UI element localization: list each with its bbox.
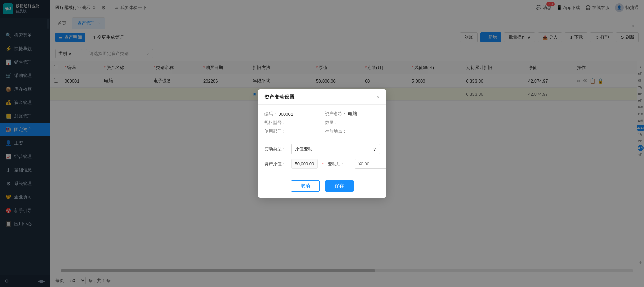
modal-change-type-chevron-icon: ∨ (373, 147, 376, 152)
modal-change-type-field: 变动类型： 原值变动 ∨ (264, 144, 380, 154)
modal-spec-label: 规格型号： (264, 120, 286, 126)
modal-close-btn[interactable]: × (377, 94, 380, 100)
modal-footer: 取消 保存 (258, 177, 386, 198)
after-change-input[interactable] (355, 159, 386, 169)
modal-info-grid: 编码： 000001 资产名称： 电脑 规格型号： 数量： 使用部门： (264, 111, 380, 134)
required-star: * (322, 161, 324, 166)
modal-original-value-display: 50,000.00 (291, 159, 318, 169)
modal-original-value-label: 资产原值： (264, 161, 288, 167)
modal-location-field: 存放地点： (325, 128, 380, 134)
modal-cancel-btn[interactable]: 取消 (291, 180, 320, 192)
modal-original-value-field: 资产原值： 50,000.00 * 变动后： (264, 159, 380, 169)
modal-dept-field: 使用部门： (264, 128, 319, 134)
modal-title: 资产变动设置 (264, 94, 295, 100)
modal-divider (264, 139, 380, 139)
modal-quantity-label: 数量： (325, 120, 338, 126)
modal-code-field: 编码： 000001 (264, 111, 319, 117)
modal-body: 编码： 000001 资产名称： 电脑 规格型号： 数量： 使用部门： (258, 105, 386, 177)
modal-code-label: 编码： (264, 111, 277, 117)
modal-spec-field: 规格型号： (264, 120, 319, 126)
modal-dept-label: 使用部门： (264, 128, 286, 134)
modal-code-value: 000001 (279, 111, 293, 117)
modal-name-label: 资产名称： (325, 111, 347, 117)
asset-change-modal: 资产变动设置 × 编码： 000001 资产名称： 电脑 规格型号： 数量： (258, 89, 386, 198)
modal-save-btn[interactable]: 保存 (325, 180, 354, 192)
modal-name-field: 资产名称： 电脑 (325, 111, 380, 117)
modal-change-type-value: 原值变动 (295, 146, 312, 152)
modal-name-value: 电脑 (348, 111, 357, 117)
modal-overlay: 资产变动设置 × 编码： 000001 资产名称： 电脑 规格型号： 数量： (0, 0, 644, 287)
modal-change-type-select[interactable]: 原值变动 ∨ (291, 144, 380, 154)
modal-change-type-label: 变动类型： (264, 146, 288, 152)
modal-location-label: 存放地点： (325, 128, 347, 134)
modal-header: 资产变动设置 × (258, 89, 386, 105)
modal-after-change-label: 变动后： (328, 161, 352, 167)
modal-quantity-field: 数量： (325, 120, 380, 126)
